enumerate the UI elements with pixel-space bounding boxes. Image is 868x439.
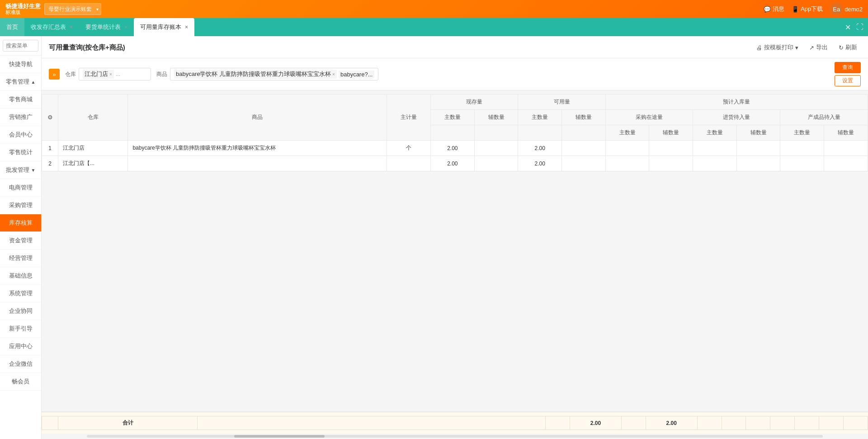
- app-download-btn[interactable]: 📱 App下载: [792, 5, 823, 13]
- content-area: 可用量查询(按仓库+商品) 🖨 按模板打印 ▾ ↗ 导出 ↻ 刷新: [42, 36, 868, 439]
- setting-btn[interactable]: 设置: [835, 75, 861, 86]
- cell-purchase-aux-0: [649, 141, 693, 156]
- sidebar-item-system[interactable]: 系统管理: [0, 285, 41, 302]
- sidebar-item-enterprise-wx[interactable]: 企业微信: [0, 355, 41, 373]
- ph2: [474, 125, 518, 141]
- cell-current-aux-0: [474, 141, 518, 156]
- sidebar-item-operations[interactable]: 经营管理: [0, 250, 41, 267]
- filter-toggle-btn[interactable]: »: [49, 69, 60, 80]
- scrollbar-thumb[interactable]: [234, 435, 325, 438]
- sidebar: 快捷导航 零售管理 ▲ 零售商城 营销推广 会员中心 零售统计 批发管理 ▼ 电…: [0, 36, 42, 439]
- page-title: 可用量查询(按仓库+商品): [49, 43, 125, 52]
- tab-close-available-stock[interactable]: ×: [185, 24, 188, 30]
- message-btn[interactable]: 💬 消息: [764, 5, 784, 13]
- sidebar-item-retail-mall[interactable]: 零售商城: [0, 91, 41, 109]
- sidebar-item-wholesale-mgmt[interactable]: 批发管理 ▼: [0, 161, 41, 179]
- top-bar-left: 畅捷通好生意 标准版 母婴行业演示账套: [5, 3, 101, 16]
- product-label: 商品: [156, 71, 167, 78]
- filter-bar: » 仓库 江北门店 × ... 商品 babycare学饮杯 儿童防摔防撞吸管杯…: [42, 58, 868, 90]
- sidebar-item-retail-stat[interactable]: 零售统计: [0, 144, 41, 161]
- footer-product-in-aux: [843, 416, 868, 430]
- sidebar-item-new-guide[interactable]: 新手引导: [0, 320, 41, 338]
- query-action-group: 查询 设置: [835, 62, 861, 86]
- product-in-main-header: 主数量: [780, 125, 824, 141]
- sidebar-item-member[interactable]: 会员中心: [0, 126, 41, 144]
- sidebar-item-marketing[interactable]: 营销推广: [0, 109, 41, 126]
- cell-incoming-main-0: [693, 141, 737, 156]
- warehouse-filter-field: 仓库 江北门店 × ...: [65, 68, 151, 80]
- top-bar: 畅捷通好生意 标准版 母婴行业演示账套 💬 消息 📱 App下载 Ea demo…: [0, 0, 868, 18]
- company-dropdown[interactable]: 母婴行业演示账套: [44, 3, 101, 15]
- available-aux-header: 辅数量: [562, 110, 606, 125]
- tab-home[interactable]: 首页: [0, 18, 24, 36]
- product-input[interactable]: babycare学饮杯 儿童防摔防撞吸管杯重力球吸嘴杯宝宝水杯 × babyca…: [170, 68, 378, 80]
- gear-icon[interactable]: ⚙: [47, 114, 53, 121]
- warehouse-input[interactable]: 江北门店 × ...: [79, 68, 151, 80]
- search-input[interactable]: [3, 40, 38, 52]
- tab-close-order-stat[interactable]: ×: [124, 24, 127, 30]
- cell-current-aux-1: [474, 156, 518, 171]
- horizontal-scrollbar[interactable]: [42, 434, 868, 439]
- sidebar-item-enterprise[interactable]: 企业协同: [0, 302, 41, 320]
- cell-available-aux-1: [562, 156, 606, 171]
- close-all-tabs-btn[interactable]: ✕: [844, 22, 852, 33]
- col-unit-header: 主计量: [387, 94, 431, 141]
- user-avatar-area[interactable]: Ea demo2: [830, 3, 863, 15]
- sidebar-item-vip[interactable]: 畅会员: [0, 373, 41, 391]
- table-row: 2 江北门店【... 2.00 2.00: [42, 156, 868, 171]
- footer-purchase-main: [722, 416, 746, 430]
- sidebar-item-quick-nav[interactable]: 快捷导航: [0, 56, 41, 73]
- tab-order-stat[interactable]: 要货单统计表 ×: [79, 18, 134, 36]
- tab-receive-pay[interactable]: 收发存汇总表 ×: [24, 18, 79, 36]
- incoming-main-header: 主数量: [693, 125, 737, 141]
- query-btn[interactable]: 查询: [835, 62, 861, 73]
- cell-current-main-1: 2.00: [430, 156, 474, 171]
- cell-warehouse-0: 江北门店: [58, 141, 128, 156]
- product-tag-1-close-icon[interactable]: ×: [332, 72, 335, 77]
- cell-unit-0: 个: [387, 141, 431, 156]
- product-tag-1: babycare学饮杯 儿童防摔防撞吸管杯重力球吸嘴杯宝宝水杯 ×: [174, 70, 337, 79]
- tab-close-receive-pay[interactable]: ×: [70, 24, 73, 30]
- warehouse-more-btn[interactable]: ...: [116, 71, 120, 77]
- sidebar-item-ecommerce[interactable]: 电商管理: [0, 179, 41, 197]
- wholesale-arrow-icon: ▼: [31, 168, 36, 173]
- app-download-icon: 📱: [792, 6, 799, 13]
- template-print-btn[interactable]: 🖨 按模板打印 ▾: [753, 42, 802, 53]
- export-btn[interactable]: ↗ 导出: [806, 42, 831, 53]
- export-icon: ↗: [809, 44, 814, 51]
- cell-purchase-main-1: [605, 156, 649, 171]
- cell-product-in-main-0: [780, 141, 824, 156]
- warehouse-tag-close-icon[interactable]: ×: [109, 72, 112, 77]
- sidebar-search-area[interactable]: [0, 36, 41, 56]
- cell-available-main-1: 2.00: [518, 156, 562, 171]
- refresh-btn[interactable]: ↻ 刷新: [835, 42, 861, 53]
- sidebar-item-basic-info[interactable]: 基础信息: [0, 267, 41, 285]
- footer-incoming-aux: [795, 416, 819, 430]
- cell-current-main-0: 2.00: [430, 141, 474, 156]
- col-current-header: 现存量: [430, 94, 518, 110]
- top-bar-right: 💬 消息 📱 App下载 Ea demo2: [764, 3, 863, 15]
- footer-spacer-3: [546, 416, 570, 430]
- sidebar-item-finance[interactable]: 资金管理: [0, 232, 41, 250]
- col-forecast-in-header: 预计入库量: [605, 94, 868, 110]
- cell-warehouse-1: 江北门店【...: [58, 156, 128, 171]
- footer-label: 合计: [58, 416, 198, 430]
- available-main-header: 主数量: [518, 110, 562, 125]
- cell-product-1: [128, 156, 387, 171]
- company-dropdown-wrap[interactable]: 母婴行业演示账套: [44, 3, 101, 15]
- col-settings-header[interactable]: ⚙: [42, 94, 58, 141]
- sidebar-item-app-center[interactable]: 应用中心: [0, 338, 41, 355]
- product-tag-2: babycare?...: [339, 71, 375, 78]
- tab-available-stock[interactable]: 可用量库存账本 ×: [134, 18, 194, 36]
- fullscreen-btn[interactable]: ⛶: [855, 22, 864, 32]
- product-in-aux-header: 辅数量: [824, 125, 868, 141]
- ph1: [430, 125, 474, 141]
- sidebar-item-purchase[interactable]: 采购管理: [0, 197, 41, 214]
- cell-seq-0: 1: [42, 141, 58, 156]
- filter-arrow-icon: »: [52, 71, 56, 78]
- sidebar-item-retail-mgmt[interactable]: 零售管理 ▲: [0, 73, 41, 91]
- sidebar-item-inventory[interactable]: 库存核算: [0, 214, 41, 232]
- footer-purchase-aux: [746, 416, 770, 430]
- cell-purchase-aux-1: [649, 156, 693, 171]
- cell-product-in-main-1: [780, 156, 824, 171]
